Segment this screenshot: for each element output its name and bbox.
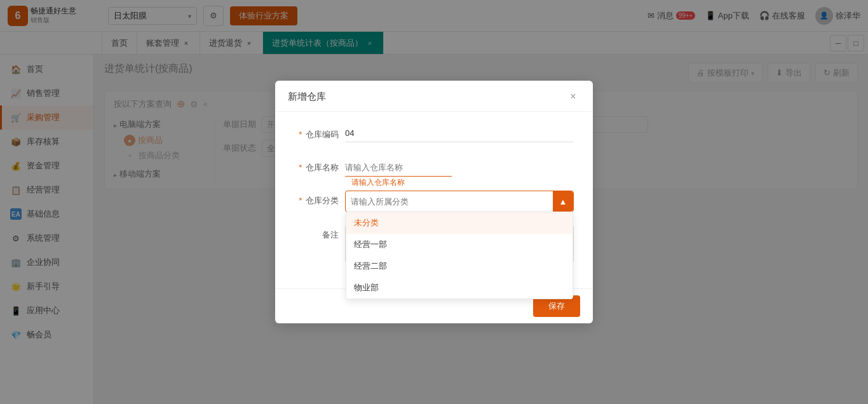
form-row-category: * 仓库分类 ▲ 未分类 经营一部 经营二部 物业部: [294, 191, 574, 212]
name-error-msg: 请输入仓库名称: [351, 177, 405, 188]
form-row-name: * 仓库名称 请输入仓库名称: [294, 158, 574, 178]
add-warehouse-dialog: 新增仓库 × * 仓库编码 * 仓库名称: [275, 81, 593, 323]
dropdown-item-dept2[interactable]: 经营二部: [346, 255, 573, 277]
category-input-wrap: ▲ 未分类 经营一部 经营二部 物业部: [345, 191, 574, 212]
code-label: * 仓库编码: [294, 125, 345, 145]
category-dropdown: 未分类 经营一部 经营二部 物业部: [346, 212, 573, 299]
dropdown-item-uncategorized[interactable]: 未分类: [346, 212, 573, 234]
category-arrow-btn[interactable]: ▲: [553, 191, 573, 212]
code-input[interactable]: [345, 125, 574, 142]
dialog-body: * 仓库编码 * 仓库名称 请输入仓库名称: [275, 112, 593, 288]
form-row-code: * 仓库编码: [294, 125, 574, 145]
category-label: * 仓库分类: [294, 191, 345, 211]
dialog-title: 新增仓库: [288, 91, 326, 103]
category-input[interactable]: [346, 193, 553, 210]
dialog-close-btn[interactable]: ×: [566, 90, 580, 104]
dropdown-item-dept1[interactable]: 经营一部: [346, 234, 573, 255]
remark-label: 备注: [294, 225, 345, 245]
name-input[interactable]: [345, 159, 452, 177]
dialog-header: 新增仓库 ×: [275, 81, 593, 112]
name-label: * 仓库名称: [294, 158, 345, 178]
dropdown-item-dept3[interactable]: 物业部: [346, 277, 573, 299]
dialog-overlay: 新增仓库 × * 仓库编码 * 仓库名称: [0, 0, 868, 404]
